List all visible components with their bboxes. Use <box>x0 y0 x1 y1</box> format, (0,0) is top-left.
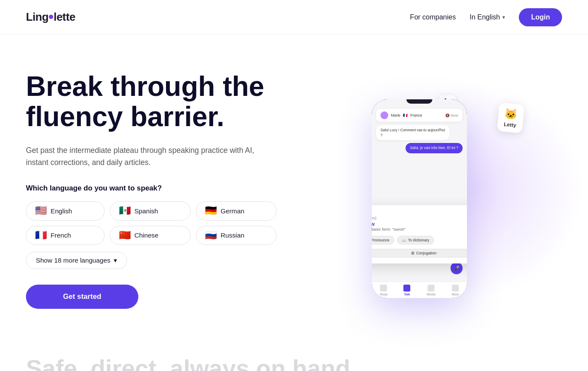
lang-english[interactable]: 🇺🇸 English <box>26 201 105 220</box>
lang-spanish-label: Spanish <box>134 207 158 215</box>
letty-label: Letty <box>504 121 517 128</box>
flag-spanish: 🇲🇽 <box>119 206 131 216</box>
dictionary-popup: ✕ sais (fr → en) know verb, basic form: … <box>372 205 467 263</box>
conjugation-icon: ⊞ <box>411 251 415 255</box>
lang-selector-label: In English <box>470 13 500 21</box>
mic-button[interactable]: 🎤 <box>451 262 463 274</box>
book-icon: 📖 <box>402 238 406 242</box>
tab-more[interactable]: More <box>452 285 459 296</box>
phone-screen: Marie 🇫🇷 France 🔇 Mute Salut Lucy ! Comm… <box>372 99 467 298</box>
get-started-button[interactable]: Get started <box>26 285 138 309</box>
language-selector[interactable]: In English ▾ <box>470 13 505 21</box>
show-more-label: Show 18 more languages <box>36 257 110 264</box>
phone-tab-bar: Read Talk Words More <box>372 282 467 298</box>
dict-translation-direction: (fr → en) <box>372 216 467 220</box>
phone-mockup: Marie 🇫🇷 France 🔇 Mute Salut Lucy ! Comm… <box>372 99 467 298</box>
letty-emoji: 🐱 <box>504 108 518 121</box>
chat-bubble-sent: Salut, je vais très bien. Et toi ? <box>406 143 463 153</box>
for-companies-link[interactable]: For companies <box>410 13 456 21</box>
dict-buttons: ▶ Pronounce 📖 To dictionary ⊞ Conjugatio… <box>372 236 467 257</box>
hero-section: Break through the fluency barrier. Get p… <box>0 35 588 337</box>
chat-flag: 🇫🇷 <box>403 113 408 117</box>
navbar: Linglette For companies In English ▾ Log… <box>0 0 588 35</box>
lang-german-label: German <box>220 207 244 215</box>
hero-subtitle: Get past the intermediate plateau throug… <box>26 144 277 168</box>
flag-russian: 🇷🇺 <box>205 231 217 240</box>
nav-links: For companies In English ▾ Login <box>410 8 562 26</box>
login-button[interactable]: Login <box>519 8 562 26</box>
to-dictionary-button[interactable]: 📖 To dictionary <box>397 236 434 244</box>
flag-chinese: 🇨🇳 <box>119 231 131 240</box>
tab-talk[interactable]: Talk <box>403 285 410 296</box>
lang-german[interactable]: 🇩🇪 German <box>196 201 277 220</box>
lang-russian-label: Russian <box>220 231 244 239</box>
hero-content: Break through the fluency barrier. Get p… <box>26 71 277 309</box>
flag-german: 🇩🇪 <box>205 206 217 216</box>
tab-read[interactable]: Read <box>380 285 387 296</box>
lang-french[interactable]: 🇫🇷 French <box>26 226 105 245</box>
chat-area: Marie 🇫🇷 France 🔇 Mute Salut Lucy ! Comm… <box>372 104 467 156</box>
show-more-languages-button[interactable]: Show 18 more languages ▾ <box>26 252 127 269</box>
tab-words[interactable]: Words <box>427 285 436 296</box>
read-icon <box>380 285 387 292</box>
conjugation-button[interactable]: ⊞ Conjugation <box>372 249 467 257</box>
more-icon <box>452 285 459 292</box>
bottom-teaser: Safe, direct, always on hand <box>0 337 588 371</box>
pronounce-button[interactable]: ▶ Pronounce <box>372 236 394 244</box>
chevron-down-icon: ▾ <box>502 14 505 20</box>
lang-chinese[interactable]: 🇨🇳 Chinese <box>110 226 191 245</box>
lang-english-label: English <box>51 207 72 215</box>
lang-chinese-label: Chinese <box>134 231 159 239</box>
chat-bubble-received: Salut Lucy ! Comment vas-tu aujourd'hui … <box>376 125 450 140</box>
flag-french: 🇫🇷 <box>35 231 47 240</box>
avatar <box>380 111 388 119</box>
hero-title: Break through the fluency barrier. <box>26 71 277 132</box>
flashcard-letty: 🐱 Letty <box>497 103 524 133</box>
dict-meta: verb, basic form: "savoir" <box>372 227 467 231</box>
dict-en-word: know <box>372 221 467 227</box>
flag-english: 🇺🇸 <box>35 206 47 216</box>
mute-button[interactable]: 🔇 Mute <box>445 114 458 117</box>
talk-icon <box>403 285 410 292</box>
logo[interactable]: Linglette <box>26 11 75 23</box>
lang-spanish[interactable]: 🇲🇽 Spanish <box>110 201 191 220</box>
phone-notch <box>406 99 432 104</box>
chat-country: France <box>410 113 422 117</box>
words-icon <box>428 285 435 292</box>
language-prompt: Which language do you want to speak? <box>26 184 277 193</box>
chat-header: Marie 🇫🇷 France 🔇 Mute <box>376 109 463 122</box>
chevron-down-icon: ▾ <box>114 257 117 264</box>
hero-illustration: Aa 🍎 Apple 🐱 Letty Fish <box>277 60 562 320</box>
dict-fr-word: sais <box>372 211 467 216</box>
language-grid: 🇺🇸 English 🇲🇽 Spanish 🇩🇪 German 🇫🇷 Frenc… <box>26 201 277 245</box>
chat-name: Marie <box>391 113 400 117</box>
lang-french-label: French <box>51 231 71 239</box>
lang-russian[interactable]: 🇷🇺 Russian <box>196 226 277 245</box>
